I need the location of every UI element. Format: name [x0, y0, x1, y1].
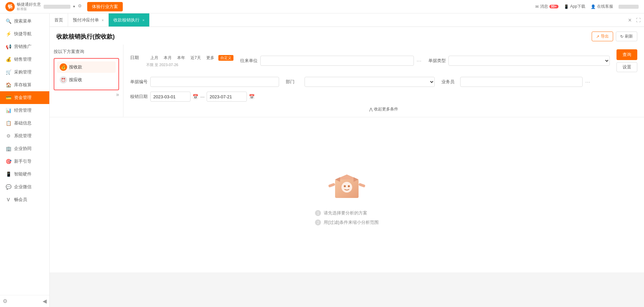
- export-button[interactable]: ↗ 导出: [592, 32, 613, 41]
- tab-expand-icon[interactable]: ⛶: [635, 17, 641, 23]
- filter-option-by-receivable[interactable]: ⏰ 按应收: [57, 74, 116, 86]
- doc-type-select[interactable]: [448, 56, 610, 66]
- sidebar-bottom: ⚙ ◀: [0, 295, 49, 307]
- date-limit-text: 不限 至 2023-07-26: [130, 62, 178, 67]
- verify-date-end-icon[interactable]: 📅: [249, 94, 255, 99]
- query-button[interactable]: 查询: [616, 49, 637, 60]
- date-custom-tag[interactable]: 自定义: [218, 55, 233, 61]
- app-icon: 📱: [564, 4, 569, 9]
- sidebar-item-quick-nav[interactable]: ⚡ 快捷导航: [0, 28, 49, 40]
- refresh-button[interactable]: ↻ 刷新: [616, 32, 637, 41]
- refresh-label: 刷新: [625, 34, 633, 39]
- tabbar: 首页 预付冲应付单 × 收款核销执行 × ✕ ⛶: [50, 13, 644, 27]
- export-label: 导出: [601, 34, 609, 39]
- sidebar-label-hardware: 智能硬件: [14, 171, 32, 177]
- online-service-label: 在线客服: [597, 4, 613, 9]
- marketing-icon: 📢: [5, 44, 11, 49]
- finance-icon: 💳: [5, 95, 11, 100]
- dept-field: 部门: [286, 77, 435, 87]
- date-btn-more[interactable]: 更多: [205, 54, 216, 61]
- tab-close-all-icon[interactable]: ✕: [627, 17, 633, 23]
- receivable-option-icon: ⏰: [60, 76, 67, 84]
- tip-2-text: 用[过滤]条件来缩小分析范围: [324, 219, 378, 225]
- svg-rect-7: [328, 183, 335, 188]
- solution-button[interactable]: 体验行业方案: [87, 2, 123, 11]
- staff-label: 业务员: [441, 79, 458, 85]
- system-icon: ⚙: [5, 133, 11, 139]
- sidebar-settings-icon[interactable]: ⚙: [3, 298, 7, 304]
- filter-row-2: 单据编号 部门 业务员 ···: [130, 77, 637, 87]
- message-icon: ✉: [535, 4, 539, 9]
- verify-date-start-icon[interactable]: 📅: [193, 94, 198, 99]
- collapse-label: 收起更多条件: [374, 106, 398, 112]
- empty-tip-2: 2 用[过滤]条件来缩小分析范围: [315, 219, 378, 225]
- dept-select[interactable]: [305, 77, 435, 87]
- sidebar-item-enterprise[interactable]: 🏢 企业协同: [0, 142, 49, 155]
- message-button[interactable]: ✉ 消息 99+: [535, 4, 558, 9]
- counterpart-label: 往来单位: [240, 58, 258, 64]
- message-label: 消息: [540, 4, 548, 9]
- counterpart-dots[interactable]: ···: [417, 58, 422, 63]
- sidebar-item-basic-info[interactable]: 📋 基础信息: [0, 117, 49, 130]
- topbar-left: 畅 畅捷通好生意 标准版 ▾ ⚙ 体验行业方案: [5, 2, 123, 11]
- verify-date-label: 核销日期: [130, 94, 148, 100]
- tab-collection-close[interactable]: ×: [142, 18, 144, 22]
- verify-date-end-input[interactable]: [207, 92, 247, 102]
- app-download-button[interactable]: 📱 App下载: [564, 4, 585, 9]
- sidebar-collapse-icon[interactable]: ◀: [43, 298, 47, 304]
- sidebar-item-purchase[interactable]: 🛒 采购管理: [0, 66, 49, 79]
- main-layout: 🔍 搜索菜单 ⚡ 快捷导航 📢 营销推广 💰 销售管理 🛒 采购管理 🏠: [0, 13, 644, 307]
- page-wrapper: 收款核销执行(按收款) ↗ 导出 ↻ 刷新 按以下方案查询: [50, 27, 644, 307]
- tab-prepay[interactable]: 预付冲应付单 ×: [68, 13, 109, 27]
- counterpart-field: 往来单位 ···: [240, 56, 422, 66]
- logo: 畅 畅捷通好生意 标准版: [5, 2, 41, 11]
- staff-dots[interactable]: ···: [585, 79, 590, 85]
- vip-icon: V: [5, 197, 11, 202]
- content-area: 首页 预付冲应付单 × 收款核销执行 × ✕ ⛶ 收款核销执行(按收款): [50, 13, 644, 307]
- filter-collapse: »: [54, 90, 119, 98]
- sidebar-item-wechat[interactable]: 💬 企业微信: [0, 181, 49, 193]
- settings-button[interactable]: 设置: [616, 62, 637, 72]
- empty-state-section: 1 请先选择要分析的方案 2 用[过滤]条件来缩小分析范围: [50, 117, 644, 272]
- date-btn-this-month[interactable]: 本月: [162, 54, 173, 61]
- refresh-icon: ↻: [620, 34, 624, 39]
- date-btn-7days[interactable]: 近7天: [189, 54, 202, 61]
- sidebar-item-hardware[interactable]: 📱 智能硬件: [0, 168, 49, 181]
- collapse-conditions-button[interactable]: ⋀ 收起更多条件: [369, 106, 398, 112]
- date-btn-this-year[interactable]: 本年: [176, 54, 186, 61]
- sidebar-item-search[interactable]: 🔍 搜索菜单: [0, 15, 49, 28]
- doc-number-input[interactable]: [150, 77, 279, 87]
- sidebar-item-operation[interactable]: 📊 经营管理: [0, 104, 49, 117]
- counterpart-input[interactable]: [260, 56, 414, 66]
- filter-collapse-button[interactable]: »: [116, 92, 119, 98]
- tab-home[interactable]: 首页: [50, 13, 68, 27]
- sidebar-label-guide: 新手引导: [14, 158, 32, 164]
- sidebar-item-inventory[interactable]: 🏠 库存核算: [0, 79, 49, 91]
- staff-input[interactable]: [460, 77, 583, 87]
- service-icon: 👤: [591, 4, 596, 9]
- tab-collection[interactable]: 收款核销执行 ×: [109, 13, 149, 27]
- tab-prepay-close[interactable]: ×: [102, 18, 104, 22]
- action-buttons: 查询 设置: [616, 49, 637, 72]
- sidebar-item-finance[interactable]: 💳 资金管理: [0, 91, 49, 104]
- filter-option-by-payment[interactable]: 💰 按收款: [57, 61, 116, 73]
- verify-date-start-input[interactable]: [150, 92, 191, 102]
- sidebar-label-operation: 经营管理: [14, 107, 32, 113]
- message-badge: 99+: [549, 5, 558, 8]
- date-btn-last-month[interactable]: 上月: [149, 54, 160, 61]
- purchase-icon: 🛒: [5, 69, 11, 75]
- sidebar-item-marketing[interactable]: 📢 营销推广: [0, 40, 49, 53]
- collapse-chevron-icon: ⋀: [369, 107, 373, 112]
- sidebar-item-vip[interactable]: V 畅会员: [0, 193, 49, 206]
- settings-icon[interactable]: ⚙: [78, 3, 85, 10]
- online-service-button[interactable]: 👤 在线客服: [591, 4, 613, 9]
- sidebar-item-sales[interactable]: 💰 销售管理: [0, 53, 49, 66]
- filter-left-panel: 按以下方案查询 💰 按收款 ⏰ 按应收 »: [50, 45, 123, 117]
- svg-point-4: [341, 182, 352, 193]
- sidebar-item-system[interactable]: ⚙ 系统管理: [0, 130, 49, 142]
- sidebar-item-guide[interactable]: 🎯 新手引导: [0, 155, 49, 168]
- sidebar-label-inventory: 库存核算: [14, 82, 32, 88]
- sidebar-menu: 🔍 搜索菜单 ⚡ 快捷导航 📢 营销推广 💰 销售管理 🛒 采购管理 🏠: [0, 13, 49, 295]
- dropdown-icon[interactable]: ▾: [73, 4, 75, 9]
- date-quick-buttons: 上月 本月 本年 近7天 更多 自定义: [149, 54, 233, 61]
